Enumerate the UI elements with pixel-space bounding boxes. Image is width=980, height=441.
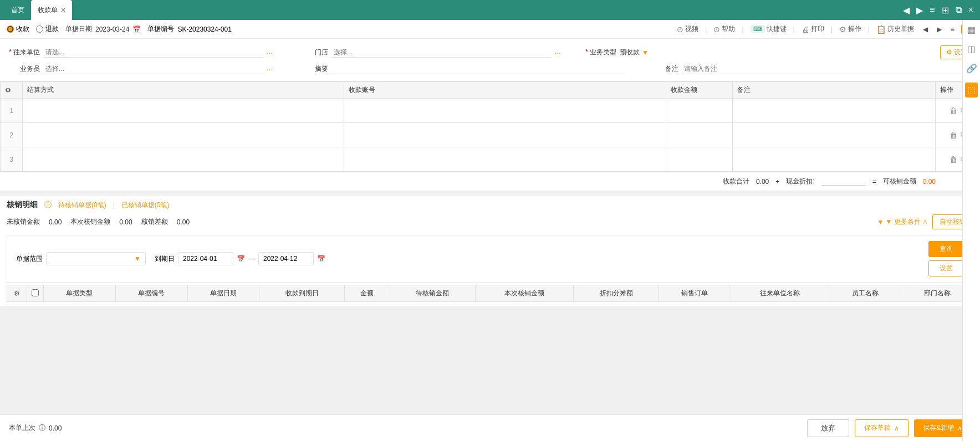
home-tab-label: 首页 <box>11 6 24 15</box>
bt-pending-header: 待核销金额 <box>390 285 475 302</box>
sidebar-icon-2[interactable]: ◫ <box>967 44 976 54</box>
account-3[interactable] <box>344 147 666 172</box>
counterpart-more-btn[interactable]: ··· <box>266 48 273 57</box>
bottom-table-header: ⚙ 单据类型 单据编号 单据日期 收款到期日 金额 <box>7 285 973 302</box>
restore-icon[interactable]: ⧉ <box>953 5 964 15</box>
toolbar-right-actions: ⊙ 视频 | ⊙ 帮助 | ⌨ 快捷键 | 🖨 打印 | ⚙ 操作 | 📋 历史… <box>675 23 973 35</box>
video-btn[interactable]: ⊙ 视频 <box>675 23 701 35</box>
shortcut-btn[interactable]: ⌨ 快捷键 <box>748 23 789 35</box>
select-all-checkbox[interactable] <box>32 289 39 296</box>
main-toolbar: 收款 退款 单据日期 2023-03-24 📅 单据编号 SK-20230324… <box>0 20 980 39</box>
last-label: 本单上次 <box>9 423 35 433</box>
verify-info-icon[interactable]: ⓘ <box>44 200 52 210</box>
account-2[interactable] <box>344 123 666 147</box>
sidebar-icon-active[interactable]: ⬚ <box>965 83 978 98</box>
amount-3[interactable] <box>666 147 732 172</box>
table-row: 2 🗑 ⧉ <box>1 123 980 147</box>
verify-label: 可核销金额 <box>883 177 916 186</box>
staff-more-btn[interactable]: ··· <box>266 65 273 74</box>
summary-input[interactable] <box>331 64 623 74</box>
calendar-icon[interactable]: 📅 <box>132 25 141 33</box>
remark-field: 备注 <box>645 64 973 74</box>
receipt-tab-label: 收款单 <box>38 6 58 15</box>
amount-1[interactable] <box>666 99 732 123</box>
cal-icon-to[interactable]: 📅 <box>317 255 325 263</box>
remark-2[interactable] <box>732 123 935 147</box>
bt-settings-header[interactable]: ⚙ <box>7 285 27 302</box>
grid-icon[interactable]: ⊞ <box>940 5 951 16</box>
bt-counterpart-header[interactable]: 往来单位名称 <box>731 285 829 302</box>
store-input[interactable] <box>331 47 551 58</box>
settle-1[interactable] <box>23 99 344 123</box>
date-from-input[interactable] <box>178 252 233 265</box>
counterpart-input[interactable] <box>43 47 263 58</box>
tab-receipt[interactable]: 收款单 × <box>31 0 72 20</box>
staff-input[interactable] <box>43 64 263 74</box>
settle-3[interactable] <box>23 147 344 172</box>
nav-next-toolbar[interactable]: ▶ <box>935 24 944 34</box>
refund-radio[interactable]: 退款 <box>36 24 59 34</box>
print-btn[interactable]: 🖨 打印 <box>799 23 826 35</box>
nav-next-icon[interactable]: ▶ <box>914 5 925 16</box>
settle-2[interactable] <box>23 123 344 147</box>
bt-staff-header[interactable]: 员工名称 <box>829 285 901 302</box>
account-1[interactable] <box>344 99 666 123</box>
save-draft-arrow: ∧ <box>894 424 899 432</box>
delete-icon-3[interactable]: 🗑 <box>950 155 957 164</box>
discount-label: 现金折扣: <box>786 177 814 186</box>
filter-actions: 查询 设置 <box>928 241 964 276</box>
tab-close-icon[interactable]: × <box>61 6 65 14</box>
sidebar-icon-1[interactable]: ▦ <box>967 24 976 35</box>
discount-input[interactable] <box>821 177 866 186</box>
settle-method-header: 结算方式 <box>23 82 344 99</box>
tab-bar-controls: ◀ ▶ ≡ ⊞ ⧉ × <box>901 5 976 16</box>
expand-icon[interactable]: ≡ <box>927 5 937 15</box>
biz-type-label: 业务类型 <box>583 48 616 57</box>
sidebar-icon-link[interactable]: 🔗 <box>966 63 977 74</box>
diff-value: 0.00 <box>177 218 190 226</box>
date-range-sep: — <box>248 255 255 263</box>
remark-1[interactable] <box>732 99 935 123</box>
bt-doc-type-header[interactable]: 单据类型 <box>44 285 116 302</box>
history-btn[interactable]: 📋 历史单据 <box>874 23 916 35</box>
bt-doc-num-header[interactable]: 单据编号 <box>115 285 187 302</box>
receipt-radio[interactable]: 收款 <box>7 24 29 34</box>
last-info-icon[interactable]: ⓘ <box>39 423 45 433</box>
bt-checkbox-header[interactable] <box>27 285 44 302</box>
nav-prev-icon[interactable]: ◀ <box>901 5 912 16</box>
remark-input[interactable] <box>682 64 973 74</box>
amount-2[interactable] <box>666 123 732 147</box>
date-to-input[interactable] <box>258 252 314 265</box>
query-button[interactable]: 查询 <box>928 241 964 257</box>
ops-btn[interactable]: ⚙ 操作 <box>837 23 864 35</box>
view-toggle[interactable]: ≡ <box>948 24 957 34</box>
bt-doc-date-header[interactable]: 单据日期 <box>187 285 259 302</box>
done-tab[interactable]: 已核销单据(0笔) <box>121 201 170 210</box>
remark-3[interactable] <box>732 147 935 172</box>
more-conditions-btn[interactable]: ▼ ▼ 更多条件 ∧ <box>877 217 928 227</box>
doc-num-value: SK-20230324-001 <box>177 25 231 33</box>
help-btn[interactable]: ⊙ 帮助 <box>711 23 737 35</box>
abandon-button[interactable]: 放弃 <box>807 419 849 437</box>
table-settings-header[interactable]: ⚙ <box>1 82 23 99</box>
close-window-icon[interactable]: × <box>966 5 976 15</box>
tab-home[interactable]: 首页 <box>4 0 31 20</box>
total-value: 0.00 <box>756 178 769 186</box>
pending-tab[interactable]: 待核销单据(0笔) <box>58 201 106 210</box>
biz-type-select[interactable]: 预收款 ▼ <box>620 48 675 57</box>
total-label: 收款合计 <box>723 177 749 186</box>
staff-field: 业务员 ··· <box>7 64 273 74</box>
receipts-table-section: ⚙ 结算方式 收款账号 收款金额 备注 操作 <box>0 81 980 172</box>
delete-icon-1[interactable]: 🗑 <box>950 106 957 115</box>
nav-prev-toolbar[interactable]: ◀ <box>921 24 930 34</box>
cal-icon-from[interactable]: 📅 <box>237 255 245 263</box>
filter-row: 单据范围 ▼ 到期日 📅 — 📅 查询 设置 <box>7 235 973 283</box>
store-more-btn[interactable]: ··· <box>554 48 561 57</box>
divider1: | <box>705 25 707 33</box>
filter-settings-button[interactable]: 设置 <box>928 260 964 276</box>
row-num-2: 2 <box>1 123 23 147</box>
biz-type-arrow: ▼ <box>642 49 649 57</box>
save-draft-button[interactable]: 保存草稿 ∧ <box>855 419 908 437</box>
range-select[interactable]: ▼ <box>46 252 146 265</box>
delete-icon-2[interactable]: 🗑 <box>950 131 957 140</box>
